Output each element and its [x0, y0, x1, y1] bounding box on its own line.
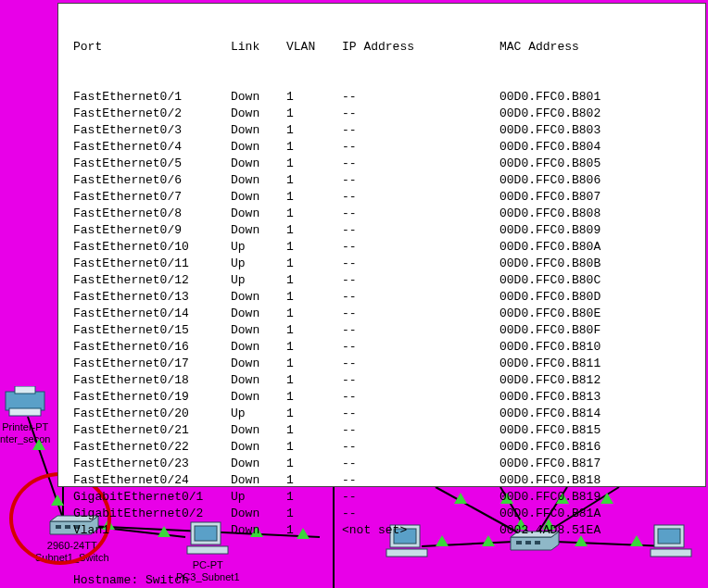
cell-ip: -- — [342, 356, 499, 372]
port-row: FastEthernet0/20Up1--00D0.FFC0.B814 — [73, 406, 702, 422]
cell-link: Down — [231, 156, 286, 172]
cell-vlan: 1 — [286, 122, 342, 139]
cell-port: FastEthernet0/20 — [73, 406, 231, 422]
cell-link: Down — [231, 506, 286, 522]
port-row: FastEthernet0/9Down1--00D0.FFC0.B809 — [73, 222, 702, 239]
cell-ip: -- — [342, 456, 499, 472]
port-row: GigabitEthernet0/1Up1--00D0.FFC0.B819 — [73, 489, 702, 506]
cell-ip: -- — [342, 339, 499, 356]
port-row: Vlan1Down1<not set>0002.4AD8.51EA — [73, 522, 702, 539]
cell-vlan: 1 — [286, 506, 342, 522]
cell-port: FastEthernet0/19 — [73, 389, 231, 406]
port-row: FastEthernet0/24Down1--00D0.FFC0.B818 — [73, 472, 702, 489]
hostname-line: Hostname: Switch — [73, 572, 702, 588]
cell-vlan: 1 — [286, 139, 342, 156]
cell-port: FastEthernet0/15 — [73, 322, 231, 339]
cell-vlan: 1 — [286, 472, 342, 489]
cell-ip: -- — [342, 372, 499, 389]
cell-vlan: 1 — [286, 89, 342, 106]
cell-vlan: 1 — [286, 256, 342, 272]
port-row: FastEthernet0/1Down1--00D0.FFC0.B801 — [73, 89, 702, 106]
cell-link: Down — [231, 422, 286, 439]
col-ip: IP Address — [342, 39, 499, 56]
cell-vlan: 1 — [286, 156, 342, 172]
port-row: FastEthernet0/14Down1--00D0.FFC0.B80E — [73, 306, 702, 322]
cell-vlan: 1 — [286, 306, 342, 322]
cell-link: Down — [231, 439, 286, 456]
cell-port: FastEthernet0/8 — [73, 206, 231, 222]
cell-link: Down — [231, 206, 286, 222]
cell-mac: 00D0.FFC0.B81A — [499, 506, 702, 522]
port-row: FastEthernet0/10Up1--00D0.FFC0.B80A — [73, 239, 702, 256]
cell-ip: -- — [342, 122, 499, 139]
cell-ip: -- — [342, 322, 499, 339]
cell-ip: -- — [342, 156, 499, 172]
cell-link: Down — [231, 189, 286, 206]
cell-ip: -- — [342, 306, 499, 322]
svg-rect-0 — [6, 392, 44, 410]
cell-ip: -- — [342, 472, 499, 489]
port-row: FastEthernet0/19Down1--00D0.FFC0.B813 — [73, 389, 702, 406]
cell-mac: 00D0.FFC0.B815 — [499, 422, 702, 439]
port-row: FastEthernet0/3Down1--00D0.FFC0.B803 — [73, 122, 702, 139]
cell-ip: -- — [342, 206, 499, 222]
cell-mac: 00D0.FFC0.B80B — [499, 256, 702, 272]
cell-mac: 00D0.FFC0.B80F — [499, 322, 702, 339]
cell-vlan: 1 — [286, 406, 342, 422]
cell-vlan: 1 — [286, 106, 342, 122]
cell-port: FastEthernet0/4 — [73, 139, 231, 156]
cell-mac: 00D0.FFC0.B813 — [499, 389, 702, 406]
col-vlan: VLAN — [286, 39, 342, 56]
switch-status-popup[interactable]: Port Link VLAN IP Address MAC Address Fa… — [57, 3, 706, 487]
cell-mac: 00D0.FFC0.B808 — [499, 206, 702, 222]
cell-mac: 00D0.FFC0.B818 — [499, 472, 702, 489]
cell-link: Down — [231, 122, 286, 139]
cell-ip: -- — [342, 506, 499, 522]
cell-port: FastEthernet0/2 — [73, 106, 231, 122]
cell-port: GigabitEthernet0/1 — [73, 489, 231, 506]
cell-ip: -- — [342, 272, 499, 289]
cell-mac: 00D0.FFC0.B80E — [499, 306, 702, 322]
cell-port: FastEthernet0/23 — [73, 456, 231, 472]
cell-link: Down — [231, 106, 286, 122]
cell-ip: -- — [342, 189, 499, 206]
cell-link: Down — [231, 322, 286, 339]
cell-vlan: 1 — [286, 389, 342, 406]
port-row: FastEthernet0/12Up1--00D0.FFC0.B80C — [73, 272, 702, 289]
cell-port: FastEthernet0/11 — [73, 256, 231, 272]
cell-ip: -- — [342, 489, 499, 506]
cell-ip: -- — [342, 139, 499, 156]
cell-link: Down — [231, 172, 286, 189]
cell-port: FastEthernet0/5 — [73, 156, 231, 172]
cell-mac: 00D0.FFC0.B80D — [499, 289, 702, 306]
device-printer[interactable]: Printer-PTnter_secon — [0, 386, 50, 444]
cell-vlan: 1 — [286, 422, 342, 439]
cell-mac: 00D0.FFC0.B817 — [499, 456, 702, 472]
cell-port: FastEthernet0/24 — [73, 472, 231, 489]
cell-mac: 00D0.FFC0.B816 — [499, 439, 702, 456]
cell-mac: 00D0.FFC0.B810 — [499, 339, 702, 356]
cell-port: FastEthernet0/14 — [73, 306, 231, 322]
cell-link: Up — [231, 256, 286, 272]
cell-port: FastEthernet0/1 — [73, 89, 231, 106]
cell-ip: -- — [342, 406, 499, 422]
port-row: FastEthernet0/4Down1--00D0.FFC0.B804 — [73, 139, 702, 156]
cell-mac: 00D0.FFC0.B814 — [499, 406, 702, 422]
cell-vlan: 1 — [286, 189, 342, 206]
printer-icon — [2, 386, 48, 419]
cell-port: FastEthernet0/16 — [73, 339, 231, 356]
port-row: FastEthernet0/6Down1--00D0.FFC0.B806 — [73, 172, 702, 189]
cell-link: Down — [231, 372, 286, 389]
cell-port: FastEthernet0/7 — [73, 189, 231, 206]
cell-port: FastEthernet0/12 — [73, 272, 231, 289]
col-port: Port — [73, 39, 231, 56]
port-row: FastEthernet0/17Down1--00D0.FFC0.B811 — [73, 356, 702, 372]
cell-link: Down — [231, 456, 286, 472]
cell-ip: -- — [342, 422, 499, 439]
port-row: FastEthernet0/22Down1--00D0.FFC0.B816 — [73, 439, 702, 456]
cell-port: Vlan1 — [73, 522, 231, 539]
cell-port: FastEthernet0/18 — [73, 372, 231, 389]
cell-vlan: 1 — [286, 289, 342, 306]
port-row: FastEthernet0/16Down1--00D0.FFC0.B810 — [73, 339, 702, 356]
cell-vlan: 1 — [286, 222, 342, 239]
